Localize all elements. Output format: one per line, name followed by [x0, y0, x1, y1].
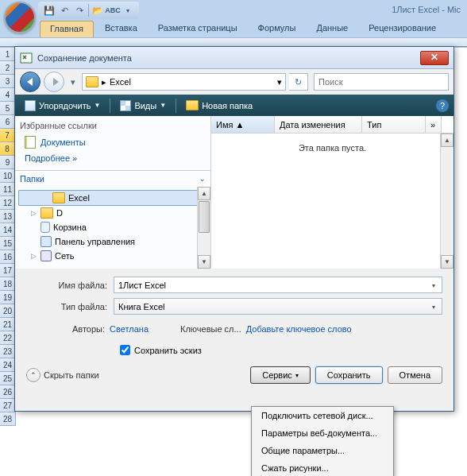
ribbon-tab-1[interactable]: Вставка: [95, 21, 147, 38]
row-header[interactable]: 28: [0, 412, 16, 426]
ribbon-tab-3[interactable]: Формулы: [249, 21, 306, 38]
forward-button[interactable]: [44, 72, 64, 92]
column-header[interactable]: Имя ▲: [211, 116, 275, 133]
ribbon-tab-5[interactable]: Рецензирование: [359, 21, 446, 38]
chevron-down-icon: ▼: [94, 102, 100, 109]
undo-icon[interactable]: ↶: [58, 4, 71, 17]
filetype-value: Книга Excel: [118, 302, 164, 312]
scroll-down-button[interactable]: ▼: [441, 255, 453, 269]
row-header[interactable]: 5: [0, 102, 16, 115]
row-header[interactable]: 14: [0, 223, 16, 237]
expand-icon[interactable]: [41, 194, 49, 202]
new-folder-button[interactable]: Новая папка: [181, 98, 257, 113]
tree-label: D: [56, 208, 63, 218]
save-thumbnail-checkbox[interactable]: [120, 345, 130, 355]
favorite-label: Документы: [41, 137, 86, 147]
dialog-titlebar[interactable]: Сохранение документа ✕: [15, 47, 453, 69]
row-header[interactable]: 21: [0, 318, 16, 331]
row-header[interactable]: 25: [0, 372, 16, 385]
tree-scrollbar[interactable]: ▲ ▼: [197, 187, 210, 269]
chevron-down-icon[interactable]: ▾: [428, 301, 439, 312]
close-button[interactable]: ✕: [420, 51, 449, 65]
breadcrumb-current[interactable]: Excel: [110, 77, 131, 87]
row-header[interactable]: 12: [0, 196, 16, 210]
row-header[interactable]: 1: [0, 48, 16, 61]
redo-icon[interactable]: ↷: [73, 4, 86, 17]
filename-input[interactable]: 1Лист Excel ▾: [114, 277, 442, 293]
expand-icon[interactable]: [29, 223, 37, 231]
tree-item[interactable]: Корзина: [18, 220, 207, 234]
search-input[interactable]: [314, 73, 449, 91]
breadcrumb-dropdown-icon[interactable]: ▾: [277, 77, 282, 87]
row-header[interactable]: 23: [0, 345, 16, 358]
organize-button[interactable]: Упорядочить ▼: [20, 98, 105, 114]
row-header[interactable]: 6: [0, 115, 16, 129]
authors-link[interactable]: Светлана: [110, 324, 149, 334]
row-header[interactable]: 11: [0, 183, 16, 196]
row-header[interactable]: 26: [0, 385, 16, 399]
ribbon-tab-4[interactable]: Данные: [307, 21, 357, 38]
ribbon-tab-0[interactable]: Главная: [40, 21, 94, 38]
ribbon-tab-2[interactable]: Разметка страницы: [149, 21, 247, 38]
breadcrumb[interactable]: ▸ Excel ▾: [82, 73, 286, 91]
qat-dropdown-icon[interactable]: ▾: [122, 4, 134, 17]
menu-item[interactable]: Общие параметры...: [252, 442, 393, 459]
column-header[interactable]: Дата изменения: [275, 116, 362, 133]
row-header[interactable]: 8: [0, 142, 16, 156]
column-header[interactable]: Тип: [362, 116, 426, 133]
list-scrollbar[interactable]: ▲ ▼: [440, 134, 453, 269]
row-header[interactable]: 15: [0, 237, 16, 250]
scroll-thumb[interactable]: [199, 201, 210, 233]
scroll-up-button[interactable]: ▲: [441, 134, 453, 147]
row-header[interactable]: 19: [0, 291, 16, 304]
tree-item[interactable]: Панель управления: [18, 234, 207, 249]
column-header[interactable]: »: [426, 116, 442, 133]
back-button[interactable]: [20, 72, 41, 92]
cancel-button[interactable]: Отмена: [388, 366, 442, 384]
tree-item[interactable]: ▷Сеть: [18, 249, 207, 263]
save-button[interactable]: Сохранить: [315, 366, 383, 384]
nav-history-dropdown[interactable]: ▾: [68, 72, 79, 92]
row-header[interactable]: 22: [0, 331, 16, 345]
row-header[interactable]: 17: [0, 264, 16, 277]
favorite-documents[interactable]: Документы: [20, 134, 206, 151]
save-icon[interactable]: 💾: [43, 4, 56, 17]
expand-icon[interactable]: [29, 238, 37, 246]
hide-folders-toggle[interactable]: ⌃ Скрыть папки: [26, 368, 99, 382]
save-thumbnail-label: Сохранить эскиз: [134, 346, 202, 355]
menu-item[interactable]: Параметры веб-документа...: [252, 424, 393, 442]
row-header[interactable]: 2: [0, 61, 16, 75]
spell-icon[interactable]: ABC: [106, 4, 119, 17]
row-header[interactable]: 18: [0, 277, 16, 291]
row-header[interactable]: 16: [0, 250, 16, 264]
chevron-down-icon[interactable]: ▾: [428, 280, 439, 291]
filetype-select[interactable]: Книга Excel ▾: [114, 298, 442, 315]
expand-icon[interactable]: ▷: [29, 252, 37, 260]
folders-section-header[interactable]: Папки ⌄: [15, 170, 210, 187]
expand-icon[interactable]: ▷: [29, 209, 37, 217]
service-label: Сервис: [262, 370, 292, 380]
service-button[interactable]: Сервис ▾: [250, 366, 311, 384]
views-button[interactable]: Виды ▼: [115, 98, 171, 114]
favorites-more[interactable]: Подробнее »: [20, 151, 206, 165]
row-header[interactable]: 27: [0, 399, 16, 412]
refresh-button[interactable]: ↻: [289, 73, 308, 91]
tree-item[interactable]: ▷D: [18, 206, 207, 220]
keywords-link[interactable]: Добавьте ключевое слово: [246, 324, 352, 334]
row-header[interactable]: 3: [0, 75, 16, 88]
tree-item[interactable]: Excel: [18, 190, 207, 206]
scroll-up-button[interactable]: ▲: [198, 187, 210, 200]
row-header[interactable]: 13: [0, 210, 16, 223]
scroll-down-button[interactable]: ▼: [198, 255, 210, 269]
open-icon[interactable]: 📂: [91, 4, 104, 17]
row-header[interactable]: 20: [0, 304, 16, 318]
menu-item[interactable]: Сжать рисунки...: [252, 459, 393, 476]
row-header[interactable]: 10: [0, 169, 16, 183]
row-header[interactable]: 4: [0, 88, 16, 102]
help-button[interactable]: ?: [436, 99, 449, 112]
row-header[interactable]: 9: [0, 156, 16, 169]
office-button[interactable]: [4, 2, 36, 33]
menu-item[interactable]: Подключить сетевой диск...: [252, 407, 393, 424]
row-header[interactable]: 7: [0, 129, 16, 142]
row-header[interactable]: 24: [0, 358, 16, 372]
